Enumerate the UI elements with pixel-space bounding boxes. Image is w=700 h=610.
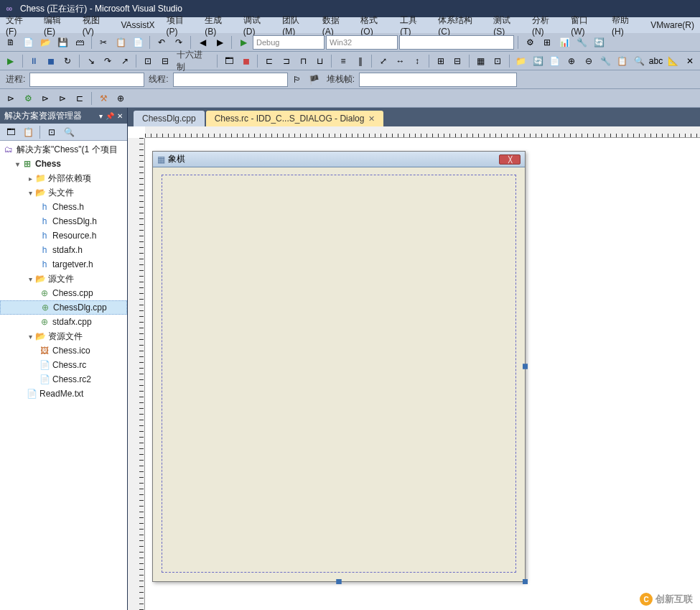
dropdown-icon[interactable]: ▾ (99, 112, 103, 120)
menu-data[interactable]: 数据(A) (317, 17, 355, 33)
paste-icon[interactable]: 📄 (130, 34, 146, 50)
misc-icon[interactable]: ⚙ (522, 34, 538, 50)
menu-view[interactable]: 视图(V) (77, 17, 116, 33)
misc-icon[interactable]: 📄 (547, 53, 563, 69)
menu-architecture[interactable]: 体系结构(C) (432, 17, 487, 33)
thread-dropdown[interactable] (173, 73, 288, 87)
tab-chessdlg[interactable]: ChessDlg.cpp (134, 111, 205, 126)
show-all-icon[interactable]: 📋 (20, 124, 36, 140)
menu-window[interactable]: 窗口(W) (565, 17, 606, 33)
menu-format[interactable]: 格式(O) (355, 17, 394, 33)
file-node[interactable]: ⊕Chess.cpp (0, 286, 127, 300)
resources-node[interactable]: ▾ 📂 资源文件 (0, 329, 127, 343)
misc-icon[interactable]: 🔍 (631, 53, 647, 69)
file-node[interactable]: 📄Chess.rc2 (0, 372, 127, 387)
properties-icon[interactable]: 🗔 (3, 124, 19, 140)
file-node[interactable]: 🖼Chess.ico (0, 343, 127, 358)
misc-icon[interactable]: ⊕ (564, 53, 579, 69)
redo-icon[interactable]: ↷ (171, 34, 187, 50)
misc-icon[interactable]: ⊳ (55, 91, 70, 106)
misc-icon[interactable]: ⊖ (581, 53, 597, 69)
copy-icon[interactable]: 📋 (113, 34, 129, 50)
step-into-icon[interactable]: ↘ (83, 53, 99, 69)
nav-fwd-icon[interactable]: ▶ (212, 34, 228, 50)
start-debug-icon[interactable]: ▶ (235, 34, 251, 50)
open-icon[interactable]: 📂 (37, 34, 53, 50)
undo-icon[interactable]: ↶ (154, 34, 169, 50)
flag-icon[interactable]: 🏳 (289, 72, 305, 88)
refresh-icon[interactable]: 🔄 (530, 53, 546, 69)
misc-icon[interactable]: 🔧 (574, 34, 589, 50)
misc-icon[interactable]: ⊟ (157, 53, 173, 69)
break-icon[interactable]: ⏸ (26, 53, 42, 69)
sources-node[interactable]: ▾ 📂 源文件 (0, 272, 127, 286)
expander-icon[interactable]: ▾ (13, 160, 22, 168)
misc-icon[interactable]: ◼ (238, 53, 254, 69)
size-icon[interactable]: ⤢ (375, 53, 391, 69)
align-right-icon[interactable]: ⊐ (279, 53, 294, 69)
find-dropdown[interactable] (399, 35, 514, 50)
tab-chessrc[interactable]: Chess.rc - IDD_C...S_DIALOG - Dialog ✕ (206, 111, 384, 126)
align-left-icon[interactable]: ⊏ (261, 53, 277, 69)
save-icon[interactable]: 💾 (55, 34, 70, 50)
resize-handle-right[interactable] (523, 364, 528, 369)
pin-icon[interactable]: 📌 (106, 112, 114, 120)
center-v-icon[interactable]: ‖ (353, 53, 368, 69)
misc-icon[interactable]: abc (648, 53, 664, 69)
folder-icon[interactable]: 📁 (513, 53, 529, 69)
dialog-client-area[interactable] (162, 175, 516, 573)
design-canvas[interactable]: ▦ 象棋 ╳ (145, 138, 700, 610)
resize-handle-corner[interactable] (523, 579, 528, 584)
file-node[interactable]: ⊕ChessDlg.cpp (0, 300, 127, 315)
file-node[interactable]: hChess.h (0, 200, 127, 214)
resize-handle-bottom[interactable] (337, 579, 342, 584)
stack-dropdown[interactable] (359, 73, 517, 87)
misc-icon[interactable]: 📐 (665, 53, 681, 69)
file-node[interactable]: htargetver.h (0, 257, 127, 272)
space-icon[interactable]: ⊟ (449, 53, 465, 69)
expander-icon[interactable]: ▾ (26, 333, 34, 341)
menu-edit[interactable]: 编辑(E) (38, 17, 77, 33)
size-icon[interactable]: ↕ (409, 53, 425, 69)
file-node[interactable]: hstdafx.h (0, 243, 127, 257)
nav-back-icon[interactable]: ◀ (195, 34, 210, 50)
restart-icon[interactable]: ↻ (60, 53, 75, 69)
misc-icon[interactable]: ✕ (682, 53, 698, 69)
expander-icon[interactable]: ▾ (26, 189, 34, 197)
misc-icon[interactable]: 🔧 (597, 53, 613, 69)
misc-icon[interactable]: ⊏ (72, 91, 88, 106)
menu-project[interactable]: 项目(P) (161, 17, 200, 33)
misc-icon[interactable]: 📊 (556, 34, 572, 50)
misc-icon[interactable]: ⊕ (113, 91, 129, 106)
menu-help[interactable]: 帮助(H) (606, 17, 645, 33)
menu-tools[interactable]: 工具(T) (394, 17, 432, 33)
stop-icon[interactable]: ◼ (43, 53, 59, 69)
headers-node[interactable]: ▾ 📂 头文件 (0, 185, 127, 200)
cut-icon[interactable]: ✂ (95, 34, 111, 50)
center-h-icon[interactable]: ≡ (335, 53, 351, 69)
step-over-icon[interactable]: ↷ (100, 53, 116, 69)
misc-icon[interactable]: ⊡ (140, 53, 156, 69)
file-node[interactable]: ⊕stdafx.cpp (0, 315, 127, 329)
continue-icon[interactable]: ▶ (3, 53, 19, 69)
platform-dropdown[interactable]: Win32 (326, 35, 398, 50)
misc-icon[interactable]: ⚒ (95, 91, 111, 106)
misc-icon[interactable]: 📋 (615, 53, 630, 69)
hex-label[interactable]: 十六进制 (174, 49, 213, 73)
save-all-icon[interactable]: 🗃 (72, 34, 88, 50)
view-class-icon[interactable]: 🔍 (61, 124, 77, 140)
guides-icon[interactable]: ⊡ (490, 53, 505, 69)
menu-team[interactable]: 团队(M) (276, 17, 317, 33)
menu-build[interactable]: 生成(B) (199, 17, 238, 33)
file-node[interactable]: hResource.h (0, 228, 127, 243)
view-code-icon[interactable]: ⊡ (44, 124, 60, 140)
grid-icon[interactable]: ▦ (473, 53, 489, 69)
menu-debug[interactable]: 调试(D) (238, 17, 276, 33)
expander-icon[interactable]: ▸ (26, 175, 34, 182)
flag-icon[interactable]: 🏴 (307, 72, 322, 88)
misc-icon[interactable]: ⚙ (20, 91, 36, 106)
misc-icon[interactable]: ⊞ (539, 34, 555, 50)
new-project-icon[interactable]: 🗎 (3, 34, 19, 50)
file-node[interactable]: hChessDlg.h (0, 214, 127, 228)
config-dropdown[interactable]: Debug (253, 35, 325, 50)
